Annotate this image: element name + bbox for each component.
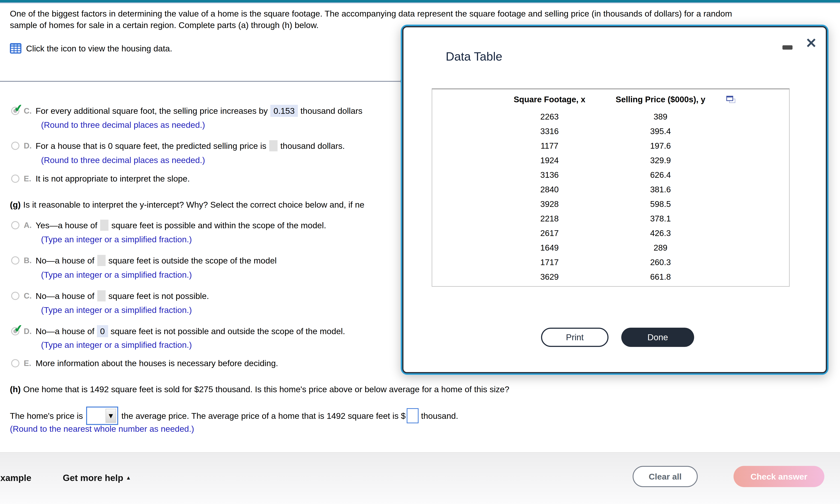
cell-square-footage: 2263 [540,109,559,124]
cell-square-footage: 3928 [540,197,559,211]
dropdown-caret-icon[interactable]: ▼ [106,409,116,423]
section-divider [0,81,406,82]
cell-square-footage: 3136 [540,168,559,182]
option-text: No—a house of [36,256,94,266]
table-row: 1649289 [432,240,789,255]
option-text: No—a house of [36,326,94,336]
option-row-g-d: ✔ D. No—a house of 0 square feet is not … [11,325,345,337]
option-text: For a house that is 0 square feet, the p… [36,141,266,151]
cell-square-footage: 1649 [540,240,559,255]
minimize-icon[interactable] [783,45,792,50]
hint-text: (Type an integer or a simplified fractio… [41,270,192,280]
cell-selling-price: 389 [654,109,667,124]
data-table-icon[interactable] [10,43,21,54]
radio-option-f-e[interactable] [11,175,19,183]
hint-text: (Type an integer or a simplified fractio… [41,234,192,244]
answer-box-g-b[interactable] [97,255,106,266]
cell-square-footage: 1717 [540,255,559,270]
view-example-link[interactable]: xample [0,473,31,483]
cell-selling-price: 260.3 [650,255,671,270]
part-g-question: (g)Is it reasonable to interpret the y-i… [10,200,364,210]
cell-selling-price: 381.6 [650,182,671,197]
average-price-input[interactable] [407,408,419,423]
radio-option-f-d[interactable] [11,142,19,150]
hint-text: (Type an integer or a simplified fractio… [41,340,192,350]
correct-check-icon: ✔ [14,102,23,114]
table-row: 2617426.3 [432,226,789,240]
option-row-f-c: ✔ C. For every additional square foot, t… [11,105,363,117]
data-table-dialog: Data Table ✕ Square Footage, x Selling P… [401,25,828,375]
cell-selling-price: 426.3 [650,226,671,240]
option-label: C. [24,106,36,115]
cell-square-footage: 1177 [541,139,559,153]
table-row: 2218378.1 [432,211,789,226]
option-text: thousand dollars. [280,141,345,151]
clear-all-button[interactable]: Clear all [633,466,698,487]
print-button[interactable]: Print [541,328,609,347]
answer-box-g-a[interactable] [100,220,108,231]
option-text: square feet is outside the scope of the … [108,256,277,266]
answer-text: the average price. The average price of … [121,411,406,421]
cell-square-footage: 2218 [540,211,559,226]
table-row: 1924329.9 [432,153,789,168]
problem-text-line1: One of the biggest factors in determinin… [10,8,732,19]
part-g-text: Is it reasonable to interpret the y-inte… [23,200,364,210]
get-more-help-label: Get more help [63,473,123,483]
correct-check-icon: ✔ [14,322,23,335]
radio-option-g-b[interactable] [11,256,19,265]
option-row-g-b: B. No—a house of square feet is outside … [11,255,277,266]
option-text: square feet is not possible and outside … [111,326,345,336]
table-row: 2840381.6 [432,182,789,197]
option-text: Yes—a house of [36,220,97,230]
table-row: 3316395.4 [432,124,789,139]
table-row: 3928598.5 [432,197,789,211]
radio-option-f-c[interactable]: ✔ [11,107,19,115]
option-row-g-c: C. No—a house of square feet is not poss… [11,290,209,302]
done-button[interactable]: Done [621,328,694,347]
option-row-f-d: D. For a house that is 0 square feet, th… [11,140,345,151]
cell-selling-price: 395.4 [650,124,671,139]
hint-text: (Round to three decimal places as needed… [41,155,205,165]
part-h-text: One home that is 1492 square feet is sol… [23,384,509,394]
table-row: 3629661.8 [432,270,789,284]
option-row-g-e: E. More information about the houses is … [11,358,278,368]
option-label: D. [24,141,36,150]
cell-square-footage: 2840 [540,182,559,197]
option-row-f-e: E. It is not appropriate to interpret th… [11,174,190,183]
caret-up-icon: ▲ [126,475,131,481]
radio-option-g-d[interactable]: ✔ [11,327,19,336]
option-text: square feet is possible and within the s… [111,220,326,230]
part-h-label: (h) [10,384,21,394]
homework-page: One of the biggest factors in determinin… [0,0,840,504]
icon-caption: Click the icon to view the housing data. [26,43,172,53]
answer-box-g-c[interactable] [97,290,106,302]
part-h-answer-line: The home's price is ▼ the average price.… [10,407,458,425]
table-row: 3136626.4 [432,168,789,182]
hint-text: (Type an integer or a simplified fractio… [41,305,192,315]
option-text: No—a house of [36,291,94,301]
hint-text: (Round to three decimal places as needed… [41,120,205,130]
option-label: E. [24,359,36,368]
table-row: 1177197.6 [432,139,789,153]
top-teal-bar [0,0,840,2]
option-text: square feet is not possible. [108,291,209,301]
option-row-g-a: A. Yes—a house of square feet is possibl… [11,220,326,231]
cell-selling-price: 197.6 [650,139,671,153]
answer-box-g-d[interactable]: 0 [97,325,108,337]
cell-selling-price: 661.8 [650,270,671,284]
cell-selling-price: 598.5 [650,197,671,211]
cell-selling-price: 626.4 [650,168,671,182]
radio-option-g-c[interactable] [11,292,19,300]
check-answer-button[interactable]: Check answer [734,466,824,487]
answer-box-slope[interactable]: 0.153 [270,105,298,117]
above-below-dropdown[interactable]: ▼ [86,407,118,425]
cell-selling-price: 378.1 [650,211,671,226]
option-text: It is not appropriate to interpret the s… [36,174,190,183]
radio-option-g-e[interactable] [11,359,19,367]
radio-option-g-a[interactable] [11,221,19,229]
get-more-help-link[interactable]: Get more help▲ [63,473,131,483]
cell-square-footage: 2617 [540,226,559,240]
answer-box-intercept[interactable] [269,140,278,151]
close-icon[interactable]: ✕ [805,36,817,50]
copy-icon[interactable] [726,96,736,104]
